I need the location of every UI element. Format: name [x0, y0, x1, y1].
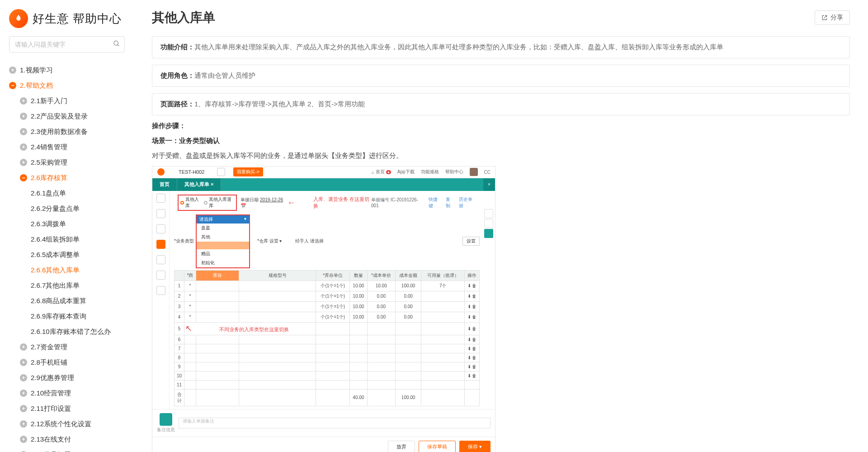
nav-item-2-1[interactable]: +2.1新手入门 — [9, 93, 125, 109]
nav-item-2-12[interactable]: +2.12系统个性化设置 — [9, 416, 125, 432]
nav-tree: +1.视频学习 −2.帮助文档 +2.1新手入门 +2.2产品安装及登录 +2.… — [9, 62, 125, 452]
ss-dd-option: 赠品 — [197, 249, 249, 258]
ss-tenant: TEST-H002 — [170, 169, 213, 175]
nav-label: 2.6.9库存账本查询 — [31, 309, 86, 324]
ss-home-link: ⌂ 首页● — [372, 169, 391, 175]
nav-label: 2.9优惠券管理 — [31, 370, 74, 385]
nav-item-2-4[interactable]: +2.4销售管理 — [9, 139, 125, 155]
nav-label: 2.6.8商品成本重算 — [31, 293, 86, 309]
nav-item-2-8[interactable]: +2.8手机旺铺 — [9, 355, 125, 370]
minus-icon: − — [20, 174, 27, 181]
ss-tab-doc: 其他入库单 × — [177, 178, 221, 191]
search-input[interactable] — [9, 36, 125, 52]
nav-item-2-14[interactable]: +2.14常见问题 — [9, 447, 125, 452]
nav-label: 2.11打印设置 — [31, 401, 71, 416]
ss-spec-link: 功能规格 — [421, 169, 439, 175]
plus-icon: + — [20, 405, 27, 412]
nav-item-2-11[interactable]: +2.11打印设置 — [9, 401, 125, 416]
nav-item-2-7[interactable]: +2.7资金管理 — [9, 339, 125, 355]
ss-footer: 放弃 保存草稿 保存 ▾ — [152, 437, 495, 452]
svg-line-1 — [118, 45, 119, 46]
ss-dd-option: 初始化 — [197, 258, 249, 267]
nav-label: 2.12系统个性化设置 — [31, 416, 91, 432]
info-card-intro: 功能介绍：其他入库单用来处理除采购入库、产成品入库之外的其他入库业务，因此其他入… — [152, 36, 850, 58]
ss-table-row: 9⬇ 🗑 — [175, 362, 480, 371]
share-button[interactable]: 分享 — [815, 10, 850, 25]
nav-item-2-6-5[interactable]: 2.6.5成本调整单 — [9, 247, 125, 262]
nav-item-2-6[interactable]: −2.6库存核算 — [9, 170, 125, 186]
nav-label: 2.5采购管理 — [31, 155, 67, 170]
ss-table-row: 5↖不同业务的入库类型在这里切换⬇ 🗑 — [175, 322, 480, 335]
ss-toolbar-links: 快捷键 复制 历史单据 — [429, 196, 476, 209]
ss-topbar: TEST-H002 我要购买-> ⌂ 首页● App下载 功能规格 帮助中心 C… — [152, 167, 495, 178]
nav-item-2-6-6[interactable]: 2.6.6其他入库单 — [9, 262, 125, 278]
nav-item-2-10[interactable]: +2.10经营管理 — [9, 385, 125, 401]
page-title: 其他入库单 — [152, 9, 215, 26]
nav-item-2-6-3[interactable]: 2.6.3调拨单 — [9, 216, 125, 232]
nav-item-video[interactable]: +1.视频学习 — [9, 62, 125, 78]
ss-date: 单据日期 2019-12-26 📅 — [241, 197, 287, 208]
svg-point-0 — [114, 41, 118, 45]
ss-nav-icon — [156, 255, 165, 264]
plus-icon: + — [20, 374, 27, 381]
nav-item-2-9[interactable]: +2.9优惠券管理 — [9, 370, 125, 385]
plus-icon: + — [20, 113, 27, 120]
plus-icon: + — [20, 436, 27, 443]
ss-search-icon — [217, 168, 225, 176]
ss-radio-return: 其他入库退库 — [204, 196, 234, 209]
nav-item-help-docs[interactable]: −2.帮助文档 — [9, 78, 125, 93]
arrow-icon: ↖ — [185, 324, 192, 333]
nav-label: 2.14常见问题 — [31, 447, 71, 452]
ss-table-row: 6⬇ 🗑 — [175, 335, 480, 344]
nav-item-2-3[interactable]: +2.3使用前数据准备 — [9, 124, 125, 139]
ss-nav-icon — [156, 286, 165, 295]
nav-item-2-6-7[interactable]: 2.6.7其他出库单 — [9, 278, 125, 293]
nav-label: 2.帮助文档 — [20, 78, 53, 93]
ss-cancel-button: 放弃 — [388, 441, 415, 452]
ss-note-label: 备注信息 — [157, 427, 175, 433]
nav-item-2-6-10[interactable]: 2.6.10库存账本错了怎么办 — [9, 324, 125, 339]
ss-tool-icon-active — [484, 229, 493, 238]
nav-label: 2.6库存核算 — [31, 170, 67, 186]
search-wrap — [9, 36, 125, 52]
brand-row: 好生意 帮助中心 — [9, 9, 125, 28]
ss-radio-in: 其他入库 — [180, 196, 202, 209]
nav-item-2-6-9[interactable]: 2.6.9库存账本查询 — [9, 309, 125, 324]
search-icon[interactable] — [113, 40, 120, 49]
card-label: 使用角色： — [160, 71, 194, 79]
ss-body: 其他入库 其他入库退库 单据日期 2019-12-26 📅 ← 入库、退货业务 … — [152, 191, 495, 409]
ss-note-input: 请输入单据备注 — [179, 418, 491, 428]
ss-biztype-dropdown: 请选择▾ 盘盈 其他 赠品 初始化 — [196, 214, 250, 268]
ss-table-row: 7⬇ 🗑 — [175, 344, 480, 353]
ss-table-row: 8⬇ 🗑 — [175, 353, 480, 362]
brand-title: 好生意 帮助中心 — [33, 11, 122, 27]
nav-item-2-6-1[interactable]: 2.6.1盘点单 — [9, 186, 125, 201]
nav-label: 2.6.7其他出库单 — [31, 278, 80, 293]
ss-buy-button: 我要购买-> — [233, 167, 263, 176]
minus-icon: − — [9, 82, 16, 89]
ss-tabs: 首页 其他入库单 × × — [152, 178, 495, 191]
sidebar: 好生意 帮助中心 +1.视频学习 −2.帮助文档 +2.1新手入门 +2.2产品… — [0, 0, 134, 452]
nav-label: 2.6.4组装拆卸单 — [31, 232, 80, 247]
nav-label: 2.3使用前数据准备 — [31, 124, 88, 139]
nav-item-2-6-2[interactable]: 2.6.2分量盘点单 — [9, 201, 125, 216]
nav-item-2-2[interactable]: +2.2产品安装及登录 — [9, 109, 125, 124]
nav-item-2-6-8[interactable]: 2.6.8商品成本重算 — [9, 293, 125, 309]
page-header: 其他入库单 分享 — [152, 9, 850, 26]
nav-label: 2.4销售管理 — [31, 139, 67, 155]
ss-link-copy: 复制 — [446, 196, 454, 209]
nav-item-2-13[interactable]: +2.13在线支付 — [9, 432, 125, 447]
nav-item-2-6-4[interactable]: 2.6.4组装拆卸单 — [9, 232, 125, 247]
share-label: 分享 — [830, 14, 843, 22]
ss-link-history: 历史单据 — [459, 196, 476, 209]
brand-logo-icon — [9, 9, 28, 28]
ss-biztype-label: *业务类型 — [174, 238, 194, 244]
plus-icon: + — [20, 143, 27, 151]
ss-nav-icon — [156, 224, 165, 233]
nav-label: 2.2产品安装及登录 — [31, 109, 88, 124]
nav-item-2-5[interactable]: +2.5采购管理 — [9, 155, 125, 170]
ss-dd-option: 盘盈 — [197, 224, 249, 233]
plus-icon: + — [20, 390, 27, 397]
embedded-screenshot: TEST-H002 我要购买-> ⌂ 首页● App下载 功能规格 帮助中心 C… — [152, 166, 495, 452]
plus-icon: + — [20, 97, 27, 105]
